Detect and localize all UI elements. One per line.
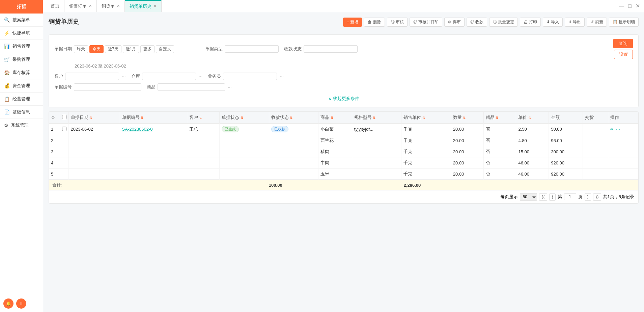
th-customer[interactable]: 客户 ⇅ — [187, 112, 220, 124]
tab-sales-goods-close-icon[interactable]: ✕ — [117, 4, 120, 8]
filter-payment-status-select[interactable] — [304, 45, 358, 53]
filter-salesperson-dots[interactable]: ··· — [280, 74, 284, 79]
filter-doc-type-select[interactable] — [225, 45, 279, 53]
import-button[interactable]: ⬇ 导入 — [543, 18, 563, 27]
system-mgmt-icon: ⚙ — [4, 123, 8, 128]
sidebar-item-operations-mgmt[interactable]: 📋 经营管理 — [0, 93, 43, 106]
query-button[interactable]: 查询 — [613, 39, 633, 48]
tab-bar-maximize-icon[interactable]: □ — [627, 2, 633, 10]
th-doc-number[interactable]: 单据编号 ⇅ — [120, 112, 187, 124]
show-detail-button[interactable]: 📋 显示明细 — [609, 18, 639, 27]
page-next-button[interactable]: ⟩ — [585, 193, 591, 201]
th-gift[interactable]: 赠品 ⇅ — [483, 112, 516, 124]
tab-sales-order-close-icon[interactable]: ✕ — [89, 4, 92, 8]
delete-button[interactable]: 🗑 删除 — [364, 18, 385, 27]
filter-customer-input[interactable] — [65, 73, 119, 80]
sidebar-item-search-menu[interactable]: 🔍 搜索菜单 — [0, 14, 43, 27]
page-last-button[interactable]: ⟩⟩ — [593, 193, 601, 201]
sidebar-bottom: 🔔 ⏸ — [0, 295, 43, 312]
review-button[interactable]: ◎ 审核 — [387, 18, 408, 27]
tab-sales-goods[interactable]: 销货单 ✕ — [97, 0, 125, 12]
tab-bar-close-icon[interactable]: ✕ — [634, 2, 641, 10]
review-print-button[interactable]: ◎ 审核并打印 — [410, 18, 442, 27]
edit-btn-1[interactable]: ✏ — [610, 127, 614, 132]
tab-sales-history-close-icon[interactable]: ✕ — [153, 4, 157, 8]
th-quantity[interactable]: 数量 ⇅ — [451, 112, 483, 124]
select-all-checkbox[interactable] — [62, 115, 66, 119]
abandon-button[interactable]: ⊗ 弃审 — [444, 18, 464, 27]
th-transaction: 交货 — [583, 112, 608, 124]
date-btn-more[interactable]: 更多 — [140, 45, 155, 53]
th-doc-status[interactable]: 单据状态 ⇅ — [220, 112, 269, 124]
page-number-input[interactable] — [564, 193, 576, 200]
date-btn-7days[interactable]: 近7天 — [105, 45, 121, 53]
th-goods[interactable]: 商品 ⇅ — [318, 112, 352, 124]
td-goods-2: 西兰花 — [318, 135, 352, 146]
th-amount: 金额 — [549, 112, 583, 124]
td-checkbox-5[interactable] — [60, 168, 68, 180]
filter-warehouse-dots[interactable]: ··· — [199, 74, 203, 79]
row-checkbox-1[interactable] — [62, 127, 66, 131]
th-doc-number-label: 单据编号 — [122, 115, 140, 120]
doc-number-link-1[interactable]: SA-20230602-0 — [122, 127, 153, 132]
th-payment-status[interactable]: 收款状态 ⇅ — [269, 112, 318, 124]
sort-unit-price-icon: ⇅ — [528, 116, 531, 120]
data-table: ⚙ 单据日期 ⇅ 单据编号 ⇅ — [49, 112, 638, 180]
per-page-select[interactable]: 50 100 200 — [520, 193, 537, 201]
tab-home[interactable]: 首页 — [46, 0, 64, 12]
add-button[interactable]: + 新增 — [343, 18, 362, 27]
sidebar-item-quick-nav[interactable]: ⚡ 快捷导航 — [0, 27, 43, 40]
page-prev-button[interactable]: ⟨ — [549, 193, 556, 201]
filter-goods-input[interactable] — [158, 83, 225, 91]
date-btn-today[interactable]: 今天 — [89, 45, 104, 53]
per-page-label: 每页显示 — [500, 194, 518, 200]
sidebar-bottom-btn-1[interactable]: 🔔 — [3, 298, 13, 309]
refresh-button[interactable]: ↺ 刷新 — [587, 18, 607, 27]
th-settings[interactable]: ⚙ — [49, 112, 60, 124]
export-button[interactable]: ⬆ 导出 — [565, 18, 585, 27]
sidebar-bottom-btn-2[interactable]: ⏸ — [16, 298, 26, 309]
collapse-button[interactable]: ∧ 收起更多条件 — [54, 94, 633, 103]
tab-bar-minimize-icon[interactable]: — — [617, 2, 625, 10]
th-unit-price[interactable]: 单价 ⇅ — [516, 112, 549, 124]
date-btn-yesterday[interactable]: 昨天 — [74, 45, 88, 53]
filter-salesperson-input[interactable] — [223, 73, 277, 80]
th-doc-date[interactable]: 单据日期 ⇅ — [68, 112, 120, 124]
td-doc-number-1[interactable]: SA-20230602-0 — [120, 124, 187, 135]
table-settings-icon[interactable]: ⚙ — [51, 115, 55, 120]
filter-doc-number-input[interactable] — [74, 83, 141, 91]
td-checkbox-3[interactable] — [60, 146, 68, 157]
sort-customer-icon: ⇅ — [199, 116, 202, 120]
th-payment-status-label: 收款状态 — [271, 115, 289, 120]
th-unit[interactable]: 销售单位 ⇅ — [401, 112, 451, 124]
td-doc-number-4 — [120, 157, 187, 168]
sidebar-item-inventory[interactable]: 🏠 库存核算 — [0, 66, 43, 79]
more-btn-1[interactable]: ⋯ — [616, 127, 620, 132]
settings-button[interactable]: 设置 — [614, 50, 633, 59]
tab-sales-order[interactable]: 销售订单 ✕ — [64, 0, 97, 12]
date-btn-1month[interactable]: 近1月 — [123, 45, 139, 53]
td-checkbox-1[interactable] — [60, 124, 68, 135]
batch-change-button[interactable]: ◎ 批量变更 — [489, 18, 518, 27]
td-checkbox-2[interactable] — [60, 135, 68, 146]
filter-goods-dots[interactable]: ··· — [228, 84, 232, 90]
sidebar-item-system-mgmt[interactable]: ⚙ 系统管理 — [0, 119, 43, 132]
sidebar-item-finance-mgmt[interactable]: 💰 资金管理 — [0, 79, 43, 93]
page-first-button[interactable]: ⟨⟨ — [539, 193, 547, 201]
date-btn-custom[interactable]: 自定义 — [156, 45, 174, 53]
td-checkbox-4[interactable] — [60, 157, 68, 168]
collect-button[interactable]: ◎ 收款 — [467, 18, 487, 27]
td-customer-1: 王总 — [187, 124, 220, 135]
th-spec[interactable]: 规格型号 ⇅ — [352, 112, 401, 124]
filter-warehouse-input[interactable] — [142, 73, 196, 80]
sidebar-item-basic-info[interactable]: 📄 基础信息 — [0, 106, 43, 119]
filter-customer-dots[interactable]: ··· — [122, 74, 126, 79]
print-button[interactable]: 🖨 打印 — [520, 18, 540, 27]
td-payment-status-2 — [269, 135, 318, 146]
tab-sales-history[interactable]: 销货单历史 ✕ — [125, 0, 162, 12]
sidebar-item-sales-mgmt[interactable]: 📊 销售管理 — [0, 40, 43, 53]
sidebar-item-purchase-mgmt[interactable]: 🛒 采购管理 — [0, 53, 43, 66]
td-quantity-4: 20.00 — [451, 157, 483, 168]
td-payment-status-5 — [269, 168, 318, 180]
td-spec-2 — [352, 135, 401, 146]
